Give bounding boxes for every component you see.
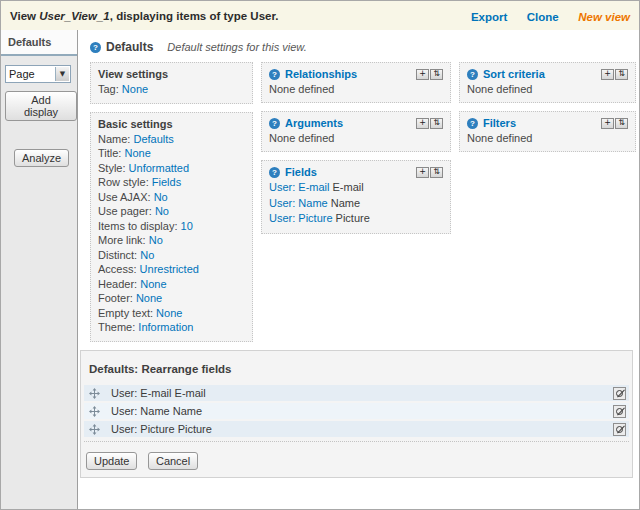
rearrange-actions: Update Cancel <box>86 451 632 470</box>
remove-field-button[interactable] <box>613 423 626 436</box>
view-settings-box: View settings Tag: None <box>90 62 253 104</box>
sort-criteria-link[interactable]: Sort criteria <box>483 68 545 80</box>
rearrange-filters-button[interactable]: ⇅ <box>615 118 628 129</box>
new-view-link[interactable]: New view <box>578 11 630 23</box>
help-icon[interactable]: ? <box>467 69 478 80</box>
views-ui-page: View User_View_1, displaying items of ty… <box>0 0 640 510</box>
arguments-box: ? Arguments + ⇅ None defined <box>261 111 451 152</box>
relationships-header: ? Relationships + ⇅ <box>269 68 443 80</box>
relationships-empty-text: None defined <box>269 82 443 96</box>
help-icon[interactable]: ? <box>90 42 101 53</box>
setting-value-link[interactable]: 10 <box>181 220 193 232</box>
filters-header: ? Filters + ⇅ <box>467 117 628 129</box>
setting-value-link[interactable]: None <box>136 292 162 304</box>
field-link[interactable]: User: Name <box>269 197 328 209</box>
setting-label: More link: <box>98 234 146 246</box>
setting-value-link[interactable]: Unformatted <box>129 162 190 174</box>
view-actions: Export Clone New view <box>456 7 630 25</box>
cancel-button[interactable]: Cancel <box>148 452 198 470</box>
filters-link[interactable]: Filters <box>483 117 516 129</box>
setting-name: Name: Defaults <box>98 132 245 147</box>
basic-settings-title: Basic settings <box>98 118 245 130</box>
setting-label: Header: <box>98 278 137 290</box>
fields-link[interactable]: Fields <box>285 166 317 178</box>
setting-label: Distinct: <box>98 249 137 261</box>
tag-setting: Tag: None <box>98 82 245 97</box>
remove-field-button[interactable] <box>613 387 626 400</box>
setting-value-link[interactable]: No <box>149 234 163 246</box>
field-item: User: NameName <box>269 196 443 212</box>
field-link[interactable]: User: E-mail <box>269 181 330 193</box>
field-link[interactable]: User: Picture <box>269 212 333 224</box>
add-filter-button[interactable]: + <box>601 118 614 129</box>
display-settings-main: ? Defaults Default settings for this vie… <box>79 30 639 509</box>
add-relationship-button[interactable]: + <box>416 69 429 80</box>
setting-label: Row style: <box>98 176 149 188</box>
rearrange-sorts-button[interactable]: ⇅ <box>615 69 628 80</box>
setting-value-link[interactable]: Unrestricted <box>140 263 199 275</box>
add-argument-button[interactable]: + <box>416 118 429 129</box>
setting-value-link[interactable]: No <box>140 249 154 261</box>
field-item: User: PicturePicture <box>269 211 443 227</box>
view-settings-title: View settings <box>98 68 245 80</box>
rearrange-arguments-button[interactable]: ⇅ <box>430 118 443 129</box>
analyze-button[interactable]: Analyze <box>14 149 69 167</box>
clone-link[interactable]: Clone <box>527 11 559 23</box>
setting-empty-text: Empty text: None <box>98 306 245 321</box>
view-title-prefix: View <box>10 10 36 22</box>
setting-value-link[interactable]: None <box>125 147 151 159</box>
field-label: Name <box>331 197 360 209</box>
tag-value-link[interactable]: None <box>122 83 148 95</box>
remove-field-button[interactable] <box>613 405 626 418</box>
display-type-select[interactable]: Page ▼ <box>5 65 71 83</box>
settings-columns: View settings Tag: None Basic settings N… <box>90 62 639 350</box>
rearrange-rows: User: E-mail E-mail User: Name Name User… <box>84 385 629 442</box>
filters-buttons: + ⇅ <box>600 118 628 129</box>
add-display-button[interactable]: Add display <box>5 91 77 121</box>
rearrange-relationships-button[interactable]: ⇅ <box>430 69 443 80</box>
help-icon[interactable]: ? <box>269 118 280 129</box>
drag-handle-icon[interactable] <box>89 406 100 417</box>
setting-label: Title: <box>98 147 121 159</box>
setting-value-link[interactable]: Fields <box>152 176 181 188</box>
help-icon[interactable]: ? <box>269 69 280 80</box>
setting-label: Access: <box>98 263 137 275</box>
setting-label: Items to display: <box>98 220 177 232</box>
setting-header: Header: None <box>98 277 245 292</box>
setting-value-link[interactable]: None <box>156 307 182 319</box>
add-field-button[interactable]: + <box>416 167 429 178</box>
relationships-link[interactable]: Relationships <box>285 68 357 80</box>
setting-style: Style: Unformatted <box>98 161 245 176</box>
rearrange-row[interactable]: User: E-mail E-mail <box>84 385 629 401</box>
rearrange-row[interactable]: User: Name Name <box>84 403 629 419</box>
arguments-empty-text: None defined <box>269 131 443 145</box>
display-heading-row: ? Defaults Default settings for this vie… <box>79 30 639 54</box>
column-1: View settings Tag: None Basic settings N… <box>90 62 253 350</box>
setting-value-link[interactable]: None <box>140 278 166 290</box>
setting-value-link[interactable]: No <box>155 205 169 217</box>
add-sort-button[interactable]: + <box>601 69 614 80</box>
remove-icon <box>616 390 623 397</box>
setting-more-link: More link: No <box>98 233 245 248</box>
setting-value-link[interactable]: No <box>154 191 168 203</box>
arguments-buttons: + ⇅ <box>415 118 443 129</box>
help-icon[interactable]: ? <box>467 118 478 129</box>
tab-defaults[interactable]: Defaults <box>1 30 77 56</box>
sort-criteria-buttons: + ⇅ <box>600 69 628 80</box>
setting-items-to-display: Items to display: 10 <box>98 219 245 234</box>
help-icon[interactable]: ? <box>269 167 280 178</box>
export-link[interactable]: Export <box>471 11 507 23</box>
update-button[interactable]: Update <box>86 452 137 470</box>
column-3: ? Sort criteria + ⇅ None defined ? Filte… <box>459 62 636 350</box>
setting-value-link[interactable]: Information <box>138 321 193 333</box>
rearrange-row[interactable]: User: Picture Picture <box>84 421 629 437</box>
drag-handle-icon[interactable] <box>89 388 100 399</box>
setting-value-link[interactable]: Defaults <box>133 133 173 145</box>
drag-handle-icon[interactable] <box>89 424 100 435</box>
relationships-buttons: + ⇅ <box>415 69 443 80</box>
fields-box: ? Fields + ⇅ User: E-mailE-mail User: Na… <box>261 160 451 234</box>
arguments-link[interactable]: Arguments <box>285 117 343 129</box>
remove-icon <box>616 408 623 415</box>
filters-box: ? Filters + ⇅ None defined <box>459 111 636 152</box>
rearrange-fields-button[interactable]: ⇅ <box>430 167 443 178</box>
